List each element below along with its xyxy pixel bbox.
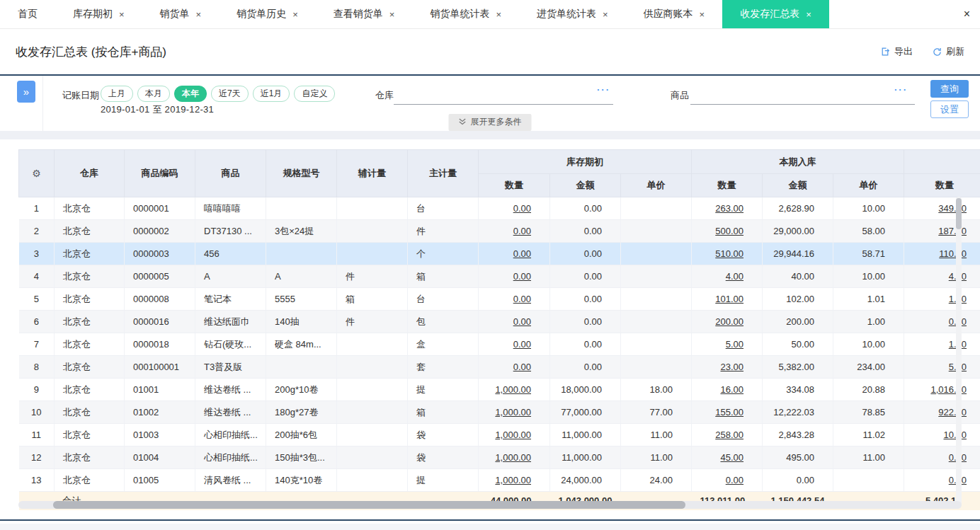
in-qty-link[interactable]: 5.00: [726, 339, 743, 350]
tab[interactable]: 销货单历史×: [219, 0, 316, 28]
tab-close-icon[interactable]: ×: [119, 10, 125, 19]
table-row[interactable]: 11北京仓01003心相印抽纸...200抽*6包袋1,000.0011,000…: [19, 424, 980, 447]
tab[interactable]: 进货单统计表×: [519, 0, 626, 28]
tab[interactable]: 查看销货单×: [316, 0, 413, 28]
out-qty-link[interactable]: 187.00: [938, 226, 967, 236]
cell-out-qty: 1.00: [904, 288, 980, 311]
in-qty-link[interactable]: 101.00: [715, 294, 743, 304]
vertical-scrollbar-thumb[interactable]: [956, 198, 962, 229]
tab[interactable]: 供应商账本×: [626, 0, 723, 28]
opening-qty-link[interactable]: 0.00: [513, 248, 531, 259]
cell-opening-amount: 11,000.00: [550, 447, 621, 469]
cell-spec: [266, 243, 337, 265]
date-preset-pill[interactable]: 近7天: [211, 86, 249, 102]
collapse-filter-button[interactable]: »: [17, 81, 35, 103]
tab[interactable]: 首页: [0, 0, 55, 28]
in-qty-link[interactable]: 45.00: [720, 452, 743, 463]
in-qty-link[interactable]: 23.00: [720, 362, 743, 372]
tab-close-icon[interactable]: ×: [389, 10, 395, 19]
out-qty-link[interactable]: 110.00: [939, 248, 967, 259]
in-qty-link[interactable]: 510.00: [715, 248, 743, 259]
in-qty-link[interactable]: 155.00: [715, 407, 743, 417]
warehouse-more-icon[interactable]: ···: [597, 84, 610, 95]
column-settings-gear-icon[interactable]: ⚙: [32, 168, 41, 179]
table-row[interactable]: 13北京仓01005清风卷纸 ...140克*10卷提1,000.0024,00…: [19, 469, 980, 492]
opening-qty-link[interactable]: 0.00: [513, 362, 531, 372]
cell-opening-amount: 0.00: [550, 288, 621, 311]
out-qty-link[interactable]: 349.00: [938, 203, 967, 214]
tab[interactable]: 销货单统计表×: [412, 0, 519, 28]
opening-qty-link[interactable]: 1,000.00: [495, 475, 531, 485]
product-input[interactable]: [690, 86, 915, 105]
opening-qty-link[interactable]: 0.00: [513, 203, 531, 214]
tab[interactable]: 销货单×: [142, 0, 220, 28]
cell-in-amount: 2,843.28: [763, 424, 833, 447]
export-button[interactable]: 导出: [880, 45, 913, 58]
product-more-icon[interactable]: ···: [894, 84, 908, 95]
query-button[interactable]: 查询: [930, 80, 969, 98]
opening-qty-link[interactable]: 1,000.00: [495, 452, 531, 463]
header-in-amount: 金额: [763, 174, 833, 197]
expand-more-conditions-button[interactable]: 展开更多条件: [449, 114, 532, 131]
out-qty-link[interactable]: 10.00: [943, 430, 967, 440]
cell-product-code: 0000016: [125, 311, 195, 333]
tab-close-icon[interactable]: ×: [496, 10, 501, 19]
tab-close-icon[interactable]: ×: [700, 10, 705, 19]
tab-close-icon[interactable]: ×: [196, 10, 202, 19]
table-row[interactable]: 3北京仓0000003456个0.000.00510.0029,944.1658…: [19, 243, 980, 265]
in-qty-link[interactable]: 258.00: [715, 430, 743, 440]
opening-qty-link[interactable]: 1,000.00: [495, 384, 531, 395]
close-all-icon[interactable]: ×: [958, 0, 976, 28]
in-qty-link[interactable]: 500.00: [715, 226, 743, 236]
cell-product-code: 01003: [125, 424, 195, 447]
table-row[interactable]: 7北京仓0000018钻石(硬玫...硬盒 84m...盒0.000.005.0…: [19, 333, 980, 356]
tab-close-icon[interactable]: ×: [292, 10, 298, 19]
table-row[interactable]: 5北京仓0000008笔记本5555箱台0.000.00101.00102.00…: [19, 288, 980, 311]
in-qty-link[interactable]: 16.00: [720, 384, 743, 395]
opening-qty-link[interactable]: 0.00: [513, 226, 531, 236]
table-row[interactable]: 12北京仓01004心相印抽纸...150抽*3包...袋1,000.0011,…: [19, 447, 980, 469]
opening-qty-link[interactable]: 1,000.00: [495, 430, 531, 440]
settings-button[interactable]: 设置: [930, 100, 969, 118]
in-qty-link[interactable]: 263.00: [715, 203, 743, 214]
table-row[interactable]: 10北京仓01002维达卷纸 ...180g*27卷箱1,000.0077,00…: [19, 401, 980, 424]
warehouse-label: 仓库: [375, 89, 394, 102]
cell-warehouse: 北京仓: [55, 288, 125, 311]
refresh-button[interactable]: 刷新: [933, 45, 964, 58]
opening-qty-link[interactable]: 0.00: [513, 271, 531, 282]
table-row[interactable]: 1北京仓0000001嘻嘻嘻嘻台0.000.00263.002,628.9010…: [19, 197, 980, 220]
opening-qty-link[interactable]: 0.00: [513, 316, 531, 327]
header-main-unit: 主计量: [408, 150, 479, 197]
expand-more-label: 展开更多条件: [471, 116, 522, 128]
cell-product-code: 01002: [125, 401, 195, 424]
table-row[interactable]: 6北京仓0000016维达纸面巾140抽件包0.000.00200.00200.…: [19, 311, 980, 333]
date-preset-pill[interactable]: 自定义: [294, 86, 335, 102]
table-row[interactable]: 9北京仓01001维达卷纸 ...200g*10卷提1,000.0018,000…: [19, 379, 980, 401]
vertical-scrollbar[interactable]: [956, 197, 962, 507]
table-row[interactable]: 8北京仓000100001T3普及版套0.000.0023.005,382.00…: [19, 356, 980, 379]
date-preset-pill[interactable]: 上月: [101, 86, 133, 102]
warehouse-input[interactable]: [394, 86, 613, 105]
date-preset-pill[interactable]: 本月: [137, 86, 170, 102]
out-qty-link[interactable]: 922.00: [938, 407, 967, 417]
horizontal-scrollbar[interactable]: [18, 501, 962, 509]
tab-close-icon[interactable]: ×: [806, 10, 811, 19]
date-preset-pill[interactable]: 本年: [174, 86, 207, 102]
in-qty-link[interactable]: 200.00: [715, 316, 743, 327]
date-preset-pill[interactable]: 近1月: [253, 86, 290, 102]
in-qty-link[interactable]: 0.00: [726, 475, 743, 485]
table-row[interactable]: 2北京仓0000002DT37130 ...3包×24提件0.000.00500…: [19, 220, 980, 243]
cell-product-code: 01005: [125, 469, 195, 492]
in-qty-link[interactable]: 4.00: [726, 271, 743, 282]
tab[interactable]: 库存期初×: [55, 0, 142, 28]
date-range-value[interactable]: 2019-01-01 至 2019-12-31: [101, 103, 214, 116]
tab-close-icon[interactable]: ×: [603, 10, 608, 19]
cell-warehouse: 北京仓: [55, 401, 125, 424]
tab[interactable]: 收发存汇总表×: [722, 0, 829, 28]
cell-opening-amount: 0.00: [550, 333, 621, 356]
opening-qty-link[interactable]: 1,000.00: [495, 407, 531, 417]
horizontal-scrollbar-thumb[interactable]: [53, 501, 685, 509]
opening-qty-link[interactable]: 0.00: [513, 339, 531, 350]
table-row[interactable]: 4北京仓0000005AA件箱0.000.004.0040.0010.004.0…: [19, 265, 980, 288]
opening-qty-link[interactable]: 0.00: [513, 294, 531, 304]
